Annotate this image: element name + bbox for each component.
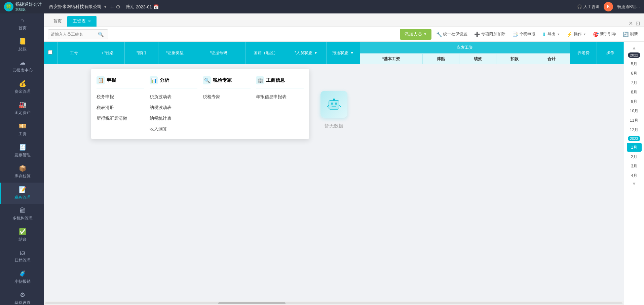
individual-tax-btn[interactable]: 📑 个税申报 xyxy=(510,29,537,40)
sidebar-label-inventory: 库存核算 xyxy=(14,174,31,179)
company-chevron-icon[interactable]: ▼ xyxy=(104,5,107,9)
human-service-btn[interactable]: 🎧 人工咨询 xyxy=(577,4,600,10)
tabs-bar: 首页 工资表 ✕ ✕ ⊡ xyxy=(44,13,644,27)
income-tax-item[interactable]: 所得税汇算清缴 xyxy=(97,114,144,123)
empty-text: 暂无数据 xyxy=(325,123,343,129)
tab-salary-table[interactable]: 工资表 ✕ xyxy=(67,16,97,27)
sidebar-item-tax[interactable]: 📝 税务管理 xyxy=(0,183,44,204)
tax-wave-item[interactable]: 纳税波动表 xyxy=(150,103,197,112)
tax-declaration-item[interactable]: 税务申报 xyxy=(97,92,144,101)
col-check-header[interactable] xyxy=(44,42,57,64)
small-report-icon: 🧳 xyxy=(19,270,26,277)
sidebar-item-salary[interactable]: 💴 工资 xyxy=(0,119,44,140)
month-2022-8[interactable]: 8月 xyxy=(627,88,642,97)
toolbar: 🔍 添加人员 ▼ 🔧 统一社保设置 ➕ 专项附加扣除 📑 个税申报 ⬇ 导出 xyxy=(44,27,644,42)
tab-bar-restore-icon[interactable]: ⊡ xyxy=(636,20,640,27)
svg-rect-1 xyxy=(331,103,333,105)
dropdown-section-analysis: 📊 分析 税负波动表 纳税波动表 纳税统计表 收入测算 xyxy=(150,74,197,134)
add-company-icon[interactable]: ＋ xyxy=(109,3,115,11)
month-2022-10[interactable]: 10月 xyxy=(627,107,642,115)
tax-fluctuation-item[interactable]: 税负波动表 xyxy=(150,92,197,101)
calendar-up-btn[interactable]: ▲ xyxy=(629,44,640,51)
sidebar-item-home[interactable]: ⌂ 首页 xyxy=(0,13,44,34)
sidebar-label-basic-settings: 基础设置 xyxy=(14,300,31,305)
period-label: 账期 xyxy=(126,4,135,10)
send-filter-icon[interactable]: ▼ xyxy=(350,51,354,55)
declaration-items: 税务申报 税表清册 所得税汇算清缴 xyxy=(97,91,144,123)
add-person-chevron-icon: ▼ xyxy=(423,32,427,36)
settlement-icon: ✅ xyxy=(19,228,26,235)
fixed-assets-icon: 🏭 xyxy=(19,101,26,109)
special-deduction-btn[interactable]: ➕ 专项附加扣除 xyxy=(472,29,507,40)
home-tab-label: 首页 xyxy=(53,18,62,24)
scrollbar-thumb[interactable] xyxy=(218,302,286,304)
col-idtype-header: *证据类型 xyxy=(158,42,192,64)
sidebar-item-cloud-report[interactable]: ☁ 云报表中心 xyxy=(0,55,44,77)
tab-bar-close-icon[interactable]: ✕ xyxy=(629,20,633,27)
month-2022-9[interactable]: 9月 xyxy=(627,97,642,106)
company-settings-icon[interactable]: ⚙ xyxy=(116,4,120,10)
search-input[interactable] xyxy=(51,32,98,37)
calendar-down-btn[interactable]: ▼ xyxy=(629,180,640,187)
sidebar-label-cloud-report: 云报表中心 xyxy=(12,68,33,73)
sidebar-label-tax: 税务管理 xyxy=(14,195,31,200)
sidebar-item-archive[interactable]: 🗂 归档管理 xyxy=(0,246,44,267)
tax-expert-icon: 🔍 xyxy=(203,76,211,84)
refresh-icon: 🔄 xyxy=(623,32,629,37)
search-box[interactable]: 🔍 xyxy=(48,29,108,39)
period-selector[interactable]: 账期 2023-01 📅 xyxy=(126,4,159,10)
company-selector[interactable]: 西安虾米网络科技有限公司 ▼ xyxy=(49,4,107,10)
month-2022-12[interactable]: 12月 xyxy=(627,125,642,134)
sidebar-item-ledger[interactable]: 📒 总账 xyxy=(0,34,44,55)
horizontal-scrollbar[interactable] xyxy=(44,301,624,305)
tab-home[interactable]: 首页 xyxy=(48,16,67,27)
business-info-icon: 🏢 xyxy=(256,76,264,84)
month-2022-7[interactable]: 7月 xyxy=(627,78,642,87)
user-name: 畅捷通B组… xyxy=(617,4,640,10)
month-2023-4[interactable]: 4月 xyxy=(627,171,642,180)
month-2022-6[interactable]: 6月 xyxy=(627,69,642,78)
col-empno-header: 工号 xyxy=(57,42,91,64)
income-calc-item[interactable]: 收入测算 xyxy=(150,125,197,134)
refresh-btn[interactable]: 🔄 刷新 xyxy=(621,29,640,40)
month-2023-3[interactable]: 3月 xyxy=(627,162,642,170)
month-2022-5[interactable]: 5月 xyxy=(627,60,642,68)
social-security-icon: 🔧 xyxy=(436,32,442,37)
month-2023-2[interactable]: 2月 xyxy=(627,152,642,161)
sidebar-item-multi-org[interactable]: 🏛 多机构管理 xyxy=(0,204,44,225)
logo: 🍀 畅捷通好会计 旗舰版 xyxy=(4,2,48,12)
tax-statistics-item[interactable]: 纳税统计表 xyxy=(150,114,197,123)
add-person-button[interactable]: 添加人员 ▼ xyxy=(400,29,431,40)
col-send-header: 报送状态 ▼ xyxy=(326,42,360,64)
operations-btn[interactable]: ⚡ 操作 ▼ xyxy=(565,29,588,40)
sidebar-item-settlement[interactable]: ✅ 结账 xyxy=(0,225,44,246)
col-pension-header: 养老费 xyxy=(570,42,597,64)
sidebar-label-fund: 资金管理 xyxy=(14,89,31,94)
social-security-btn[interactable]: 🔧 统一社保设置 xyxy=(434,29,469,40)
status-filter-icon[interactable]: ▼ xyxy=(314,51,317,55)
tax-table-item[interactable]: 税表清册 xyxy=(97,103,144,112)
sidebar-item-inventory[interactable]: 📦 库存核算 xyxy=(0,161,44,183)
month-2022-11[interactable]: 11月 xyxy=(627,116,642,125)
tax-expert-item[interactable]: 税检专家 xyxy=(203,92,251,101)
dropdown-section-tax-expert: 🔍 税检专家 税检专家 xyxy=(203,74,251,134)
tab-close-icon[interactable]: ✕ xyxy=(88,19,91,24)
sidebar-item-basic-settings[interactable]: ⚙ 基础设置 xyxy=(0,288,44,305)
col-status-header: *人员状态 ▼ xyxy=(286,42,326,64)
new-guide-btn[interactable]: 🎯 新手引导 xyxy=(591,29,618,40)
sidebar-label-archive: 归档管理 xyxy=(14,258,31,263)
export-btn[interactable]: ⬇ 导出 ▼ xyxy=(540,29,562,40)
select-all-checkbox[interactable] xyxy=(48,50,52,54)
sidebar-item-fixed-assets[interactable]: 🏭 固定资产 xyxy=(0,98,44,119)
top-actions: 🎧 人工咨询 B 畅捷通B组… xyxy=(577,2,640,11)
sidebar-item-fund[interactable]: 💰 资金管理 xyxy=(0,77,44,98)
month-2023-1[interactable]: 1月 xyxy=(627,143,642,152)
export-icon: ⬇ xyxy=(542,32,546,37)
main-content: 首页 工资表 ✕ ✕ ⊡ 🔍 添加人员 ▼ 🔧 xyxy=(44,13,644,305)
sidebar-item-small-report[interactable]: 🧳 小畅报销 xyxy=(0,267,44,288)
annual-report-item[interactable]: 年报信息申报表 xyxy=(256,92,304,101)
avatar[interactable]: B xyxy=(604,2,613,11)
sidebar-item-invoice[interactable]: 🧾 发票管理 xyxy=(0,140,44,161)
period-calendar-icon[interactable]: 📅 xyxy=(153,4,159,9)
sidebar-label-multi-org: 多机构管理 xyxy=(12,216,33,221)
